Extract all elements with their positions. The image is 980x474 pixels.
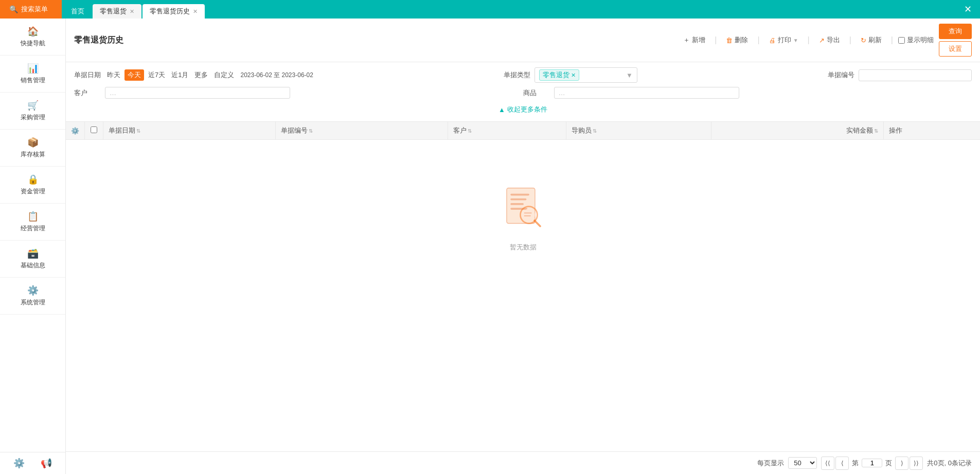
sidebar-item-purchase-mgmt[interactable]: 🛒 采购管理 [0,93,65,130]
th-customer-label: 客户 [453,126,467,135]
date-filter-buttons: 昨天 今天 近7天 近1月 更多 自定义 2023-06-02 至 2023-0… [105,69,313,81]
th-customer: 客户 ⇅ [448,122,566,140]
tab-retail-return-close[interactable]: ✕ [130,8,134,15]
th-voucher-sort[interactable]: 单据编号 ⇅ [281,126,442,135]
print-button[interactable]: 🖨 打印 ▼ [765,33,803,47]
page-number-input[interactable] [862,459,882,467]
per-page-select[interactable]: 20 50 100 [788,457,817,469]
amount-sort-icon: ⇅ [874,128,878,134]
tab-retail-return-history[interactable]: 零售退货历史 ✕ [142,4,205,19]
last-page-button[interactable]: ⟩⟩ [910,457,923,470]
print-label: 打印 [778,35,791,45]
date-btn-yesterday[interactable]: 昨天 [105,69,122,81]
top-bar: 🔍 搜索菜单 首页 零售退货 ✕ 零售退货历史 ✕ ✕ [0,0,980,19]
table-header-row: ⚙️ 单据日期 ⇅ 单据编号 [66,122,980,140]
date-btn-custom[interactable]: 自定义 [212,69,236,81]
settings-bottom-icon[interactable]: ⚙️ [13,458,25,469]
sidebar-item-sales-mgmt[interactable]: 📊 销售管理 [0,56,65,93]
voucher-filter-label: 单据编号 [828,70,859,80]
top-bar-left: 🔍 搜索菜单 首页 零售退货 ✕ 零售退货历史 ✕ [0,0,206,19]
print-icon: 🖨 [769,37,776,44]
date-sort-icon: ⇅ [136,128,140,134]
sidebar-item-quick-nav[interactable]: 🏠 快捷导航 [0,19,65,56]
th-voucher-label: 单据编号 [281,126,308,135]
query-button[interactable]: 查询 [939,24,972,39]
sidebar-label-basic-info: 基础信息 [21,261,45,270]
voucher-filter-input[interactable] [859,69,972,81]
search-menu-button[interactable]: 🔍 搜索菜单 [0,0,62,19]
date-btn-more[interactable]: 更多 [192,69,210,81]
window-close-button[interactable]: ✕ [964,4,972,15]
delete-button[interactable]: 🗑 删除 [722,33,752,47]
goods-ellipsis: … [559,89,565,97]
collapse-up-icon: ▲ [498,106,505,114]
svg-rect-1 [510,194,529,196]
sidebar-item-operations[interactable]: 📋 经营管理 [0,204,65,241]
quick-nav-icon: 🏠 [27,26,39,37]
show-detail-checkbox[interactable] [898,37,905,44]
th-guide-sort[interactable]: 导购员 ⇅ [572,126,706,135]
filter-row-2: 客户 … 商品 … [74,87,972,99]
th-voucher: 单据编号 ⇅ [275,122,448,140]
th-amount-sort[interactable]: 实销金额 ⇅ [717,126,878,135]
system-icon: ⚙️ [27,285,39,296]
settings-button[interactable]: 设置 [939,41,972,57]
type-tag-label: 零售退货 [543,70,569,80]
refresh-icon: ↻ [861,37,866,44]
type-select-arrow: ▼ [626,71,633,79]
divider4: | [849,35,851,45]
delete-label: 删除 [735,35,748,45]
th-amount: 实销金额 ⇅ [711,122,884,140]
search-menu-label: 搜索菜单 [21,5,48,14]
sidebar-label-purchase-mgmt: 采购管理 [21,113,45,122]
tab-retail-return-history-label: 零售退货历史 [150,7,190,16]
operations-icon: 📋 [27,211,39,222]
speaker-bottom-icon[interactable]: 📢 [41,458,52,469]
customer-sort-icon: ⇅ [468,128,472,134]
no-data-text: 暂无数据 [510,243,537,252]
add-label: 新增 [692,35,705,45]
tab-home[interactable]: 首页 [64,4,92,19]
sidebar-item-inventory[interactable]: 📦 库存核算 [0,130,65,167]
total-text: 共0页, 0条记录 [927,459,972,468]
add-icon: ＋ [683,35,690,45]
refresh-label: 刷新 [868,35,882,45]
date-btn-7days[interactable]: 近7天 [146,69,167,81]
type-filter-label: 单据类型 [504,70,534,80]
page-header: 零售退货历史 ＋ 新增 | 🗑 删除 | 🖨 打印 ▼ | [66,19,980,62]
sidebar-item-basic-info[interactable]: 🗃️ 基础信息 [0,241,65,278]
th-actions-label: 操作 [889,126,902,134]
no-data-area: 暂无数据 [66,140,980,293]
date-btn-1month[interactable]: 近1月 [169,69,190,81]
prev-page-button[interactable]: ⟨ [835,457,849,470]
next-page-button[interactable]: ⟩ [895,457,908,470]
type-tag-close[interactable]: ✕ [571,72,576,79]
refresh-button[interactable]: ↻ 刷新 [857,33,886,47]
type-filter-tag: 零售退货 ✕ [539,69,579,81]
collapse-button[interactable]: ▲ 收起更多条件 [498,105,547,114]
type-filter-select[interactable]: 零售退货 ✕ ▼ [534,67,637,83]
th-customer-sort[interactable]: 客户 ⇅ [453,126,561,135]
table-container: ⚙️ 单据日期 ⇅ 单据编号 [66,122,980,451]
th-settings[interactable]: ⚙️ [66,122,85,140]
export-button[interactable]: ↗ 导出 [815,33,844,47]
sidebar-item-finance[interactable]: 🔒 资金管理 [0,167,65,204]
th-date-sort[interactable]: 单据日期 ⇅ [109,126,270,135]
tab-retail-return-history-close[interactable]: ✕ [193,8,198,15]
filter-row-1: 单据日期 昨天 今天 近7天 近1月 更多 自定义 2023-06-02 至 2… [74,67,972,83]
sidebar-label-sales-mgmt: 销售管理 [21,76,45,85]
sidebar-label-finance: 资金管理 [21,187,45,196]
add-button[interactable]: ＋ 新增 [679,33,709,47]
select-all-checkbox[interactable] [91,126,97,133]
top-bar-right: ✕ [964,4,980,15]
sidebar-label-quick-nav: 快捷导航 [21,39,45,48]
page-title: 零售退货历史 [74,35,123,46]
th-date: 单据日期 ⇅ [103,122,276,140]
page-suffix: 页 [883,459,894,468]
th-date-label: 单据日期 [109,126,135,135]
sidebar-item-system[interactable]: ⚙️ 系统管理 [0,278,65,315]
tab-bar: 首页 零售退货 ✕ 零售退货历史 ✕ [62,0,206,19]
first-page-button[interactable]: ⟨⟨ [821,457,834,470]
date-btn-today[interactable]: 今天 [124,69,144,81]
tab-retail-return[interactable]: 零售退货 ✕ [93,4,141,19]
